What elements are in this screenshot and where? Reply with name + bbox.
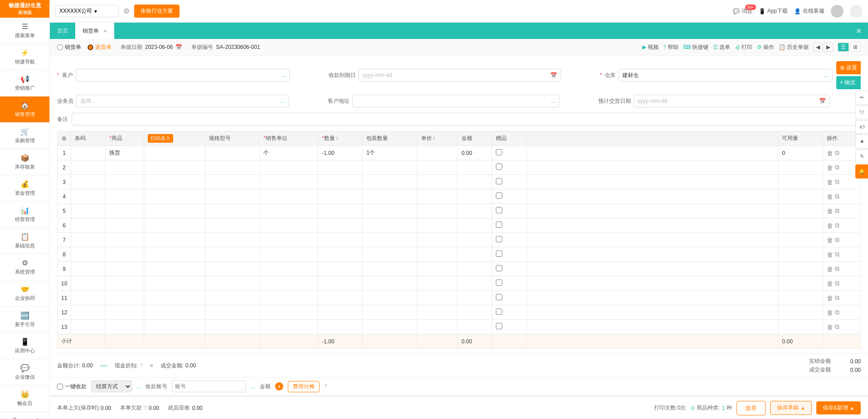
row-delete-icon[interactable]: 🗑 <box>827 164 833 171</box>
tab-close-icon[interactable]: ✕ <box>103 29 107 34</box>
row-price[interactable] <box>417 320 458 334</box>
row-pkg-qty[interactable] <box>363 160 417 175</box>
row-spec[interactable] <box>205 189 259 204</box>
row-barcode[interactable] <box>71 160 106 175</box>
row-price[interactable] <box>417 175 458 189</box>
row-copy-icon[interactable]: ⧉ <box>835 265 839 273</box>
help-btn[interactable]: ? 帮助 <box>663 43 679 51</box>
row-qty[interactable] <box>318 233 363 247</box>
row-amount[interactable] <box>458 276 492 291</box>
row-barcode[interactable] <box>71 146 106 160</box>
sidebar-item-search[interactable]: ☰ 搜索菜单 <box>0 18 49 44</box>
row-gift[interactable] <box>492 233 527 247</box>
customer-input[interactable]: ... <box>76 69 290 82</box>
row-qty[interactable]: -1.00 <box>318 146 363 160</box>
float-edit-btn[interactable]: ✏ <box>855 91 868 105</box>
customer-addr-input[interactable]: ... <box>352 95 560 107</box>
row-unit[interactable] <box>260 320 318 334</box>
row-spec[interactable] <box>205 276 259 291</box>
row-copy-icon[interactable]: ⧉ <box>835 164 839 171</box>
sidebar-item-purchase-mgmt[interactable]: 🛒 采购管理 <box>0 123 49 149</box>
row-amount[interactable] <box>458 218 492 233</box>
float-shield-btn[interactable]: 🛡 <box>855 106 868 119</box>
salesperson-dots[interactable]: ... <box>280 98 285 104</box>
row-qty[interactable] <box>318 262 363 276</box>
row-unit[interactable] <box>260 291 318 305</box>
due-date-input[interactable]: yyyy-mm-dd 📅 <box>359 69 561 82</box>
row-barcode[interactable] <box>71 204 106 218</box>
row-qty[interactable] <box>318 204 363 218</box>
row-pkg-qty[interactable] <box>363 189 417 204</box>
row-pkg-qty[interactable] <box>363 291 417 305</box>
sidebar-item-member[interactable]: 👑 畅会员 <box>0 385 49 412</box>
row-product[interactable] <box>106 218 144 233</box>
row-gift[interactable] <box>492 247 527 262</box>
row-pkg-qty[interactable] <box>363 262 417 276</box>
sidebar-item-corp-coop[interactable]: 🤝 企业协同 <box>0 280 49 307</box>
row-amount[interactable] <box>458 247 492 262</box>
row-qty[interactable] <box>318 160 363 175</box>
row-product[interactable] <box>106 291 144 305</box>
tab-sales[interactable]: 销货单 ✕ <box>75 23 114 39</box>
row-copy-icon[interactable]: ⧉ <box>835 236 839 244</box>
row-price[interactable] <box>417 146 458 160</box>
float-tag-btn[interactable]: 🏷 <box>855 120 868 134</box>
row-gift[interactable] <box>492 276 527 291</box>
row-qty[interactable] <box>318 189 363 204</box>
row-amount[interactable] <box>458 291 492 305</box>
row-copy-icon[interactable]: ⧉ <box>835 222 839 229</box>
float-pencil-btn[interactable]: ✎ <box>855 149 868 164</box>
row-price[interactable] <box>417 276 458 291</box>
logistics-button[interactable]: + 物流 <box>836 76 861 89</box>
warehouse-input[interactable]: 建材仓 ... <box>618 69 833 82</box>
row-gift-checkbox[interactable] <box>496 178 502 184</box>
print-btn[interactable]: 🖨 打印 <box>735 43 752 51</box>
settings-button[interactable]: ⚙ 设置 <box>836 61 861 74</box>
row-copy-icon[interactable]: ⧉ <box>835 308 839 316</box>
company-selector[interactable]: XXXXXX公司 ▾ <box>55 5 119 17</box>
save-new-button[interactable]: 保存&新增 ▲ <box>816 401 861 414</box>
history-btn[interactable]: 📋 历史单据 <box>779 43 809 51</box>
row-pkg-qty[interactable] <box>363 233 417 247</box>
row-amount[interactable] <box>458 262 492 276</box>
row-unit[interactable] <box>260 247 318 262</box>
row-product[interactable] <box>106 320 144 334</box>
warehouse-dots[interactable]: ... <box>824 72 829 78</box>
bill-total-owe-help-icon[interactable]: ? <box>144 405 147 411</box>
row-unit[interactable] <box>260 175 318 189</box>
float-orange-btn[interactable]: 🔔 <box>855 164 868 178</box>
row-gift-checkbox[interactable] <box>496 236 502 242</box>
row-amount[interactable] <box>458 175 492 189</box>
online-support-action[interactable]: 👤 在线客服 <box>794 7 824 15</box>
float-star-btn[interactable]: ★ <box>855 135 868 149</box>
row-pkg-qty[interactable] <box>363 320 417 334</box>
row-pkg-qty[interactable]: 1个 <box>363 146 417 160</box>
row-product[interactable] <box>106 204 144 218</box>
save-draft-button[interactable]: 保存草稿 ▲ <box>770 401 812 415</box>
row-qty[interactable] <box>318 320 363 334</box>
row-gift[interactable] <box>492 175 527 189</box>
sidebar-item-corp-wechat[interactable]: 💬 企业微信 <box>0 359 49 385</box>
return-bill-radio[interactable]: 退货单 <box>87 43 112 51</box>
row-qty[interactable] <box>318 175 363 189</box>
account-input[interactable] <box>172 380 246 392</box>
operate-btn[interactable]: ⚙ 操作 <box>757 43 774 51</box>
sidebar-item-basic-info[interactable]: 📋 基础信息 <box>0 228 49 254</box>
row-barcode[interactable] <box>71 247 106 262</box>
row-unit[interactable] <box>260 204 318 218</box>
row-gift-checkbox[interactable] <box>496 193 502 199</box>
row-spec[interactable] <box>205 204 259 218</box>
row-product[interactable]: 拣货 <box>106 146 144 160</box>
row-amount[interactable] <box>458 233 492 247</box>
row-price[interactable] <box>417 160 458 175</box>
row-gift-checkbox[interactable] <box>496 164 502 170</box>
sidebar-item-guide[interactable]: 🆕 新手引导 <box>0 307 49 333</box>
row-delete-icon[interactable]: 🗑 <box>827 236 833 244</box>
row-amount[interactable] <box>458 320 492 334</box>
remark-input[interactable] <box>72 113 861 125</box>
row-gift[interactable] <box>492 146 527 160</box>
row-barcode[interactable] <box>71 276 106 291</box>
tabbar-close-button[interactable]: ✕ <box>849 27 868 35</box>
row-spec[interactable] <box>205 175 259 189</box>
th-setting[interactable]: ⚙ <box>58 131 71 146</box>
